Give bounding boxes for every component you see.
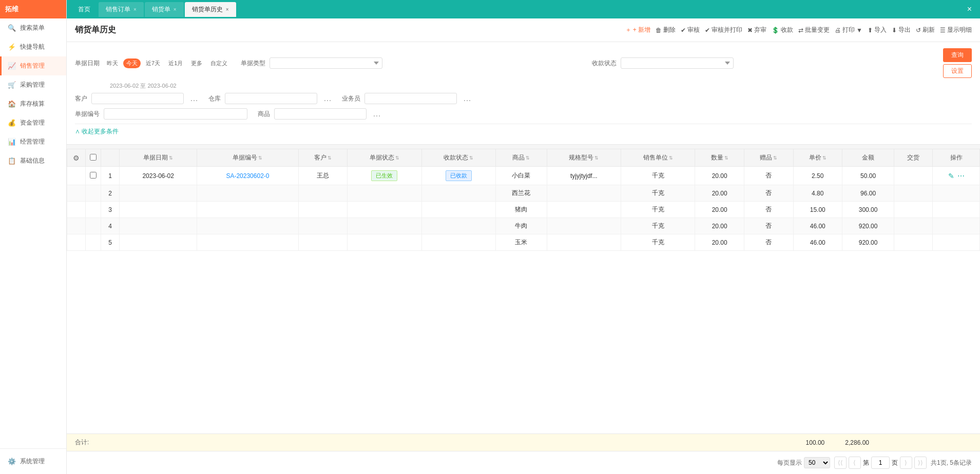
pill-7days[interactable]: 近7天 xyxy=(143,58,163,68)
goods-input[interactable] xyxy=(274,108,367,120)
td-rownum: 5 xyxy=(101,234,120,251)
audit-button[interactable]: ✔ 审核 xyxy=(681,26,700,34)
last-page-button[interactable]: ⟩⟩ xyxy=(914,457,927,469)
sidebar-item-system[interactable]: ⚙️ 系统管理 xyxy=(0,453,66,470)
sidebar-item-operations[interactable]: 📊 经营管理 xyxy=(0,132,66,151)
th-collect-status[interactable]: 收款状态⇅ xyxy=(421,149,495,167)
td-spec xyxy=(547,218,621,234)
td-doc-date xyxy=(120,234,197,251)
first-page-button[interactable]: ⟨⟨ xyxy=(834,457,847,469)
sidebar-item-basic-info[interactable]: 📋 基础信息 xyxy=(0,151,66,170)
th-doc-status[interactable]: 单据状态⇅ xyxy=(348,149,421,167)
td-doc-date xyxy=(120,202,197,218)
row-checkbox[interactable] xyxy=(90,172,97,179)
doctype-select[interactable] xyxy=(270,57,382,69)
new-button[interactable]: ＋ + 新增 xyxy=(625,26,650,34)
print-button[interactable]: 🖨 打印 ▼ xyxy=(835,26,862,34)
gear-button[interactable]: ⚙ xyxy=(73,154,80,162)
total-amount: 2,286.00 xyxy=(845,439,869,446)
td-unit: 千克 xyxy=(621,202,695,218)
more-icon[interactable]: ⋯ xyxy=(957,172,965,180)
show-detail-button[interactable]: ☰ 显示明细 xyxy=(940,26,972,34)
table-footer: 合计: 100.00 2,286.00 xyxy=(67,433,980,451)
collect-status-select[interactable] xyxy=(621,57,734,69)
set-button[interactable]: 设置 xyxy=(943,64,972,78)
audit-print-icon: ✔ xyxy=(705,27,710,34)
tab-sales-history[interactable]: 销货单历史 × xyxy=(185,2,236,17)
th-customer[interactable]: 客户⇅ xyxy=(298,149,348,167)
sidebar-logo: 拓维 xyxy=(0,0,66,18)
edit-icon[interactable]: ✎ xyxy=(948,172,954,180)
customer-input[interactable] xyxy=(91,93,184,104)
batch-change-button[interactable]: ⇄ 批量变更 xyxy=(798,26,830,34)
customer-dots[interactable]: … xyxy=(190,94,198,103)
th-settings[interactable]: ⚙ xyxy=(67,149,86,167)
th-unit[interactable]: 销售单位⇅ xyxy=(621,149,695,167)
th-spec[interactable]: 规格型号⇅ xyxy=(547,149,621,167)
sidebar-item-inventory[interactable]: 🏠 库存核算 xyxy=(0,94,66,113)
collapse-button[interactable]: ∧ 收起更多条件 xyxy=(75,127,972,136)
td-spec xyxy=(547,202,621,218)
tab-sales-delivery-close[interactable]: × xyxy=(174,7,177,12)
td-unit-price: 46.00 xyxy=(793,218,842,234)
filter-customer-group: 客户 … xyxy=(75,93,198,104)
th-quantity[interactable]: 数量⇅ xyxy=(695,149,744,167)
sidebar-item-label: 系统管理 xyxy=(20,457,45,466)
td-transaction xyxy=(894,185,933,202)
sidebar-item-search-menu[interactable]: 🔍 搜索菜单 xyxy=(0,18,66,37)
next-page-button[interactable]: ⟩ xyxy=(900,457,912,469)
tab-sales-order-close[interactable]: × xyxy=(133,7,137,12)
sidebar-item-sales-mgmt[interactable]: 📈 销售管理 xyxy=(0,56,66,75)
abandon-button[interactable]: ✖ 弃审 xyxy=(747,26,766,34)
filter-row-3: 单据编号 商品 … xyxy=(75,108,972,120)
select-all-checkbox[interactable] xyxy=(90,154,97,161)
pill-1month[interactable]: 近1月 xyxy=(165,58,186,68)
sidebar-item-label: 经营管理 xyxy=(20,137,45,146)
pill-today[interactable]: 今天 xyxy=(123,58,141,68)
prev-page-button[interactable]: ⟨ xyxy=(849,457,861,469)
th-doc-no[interactable]: 单据编号⇅ xyxy=(197,149,298,167)
goods-dots[interactable]: … xyxy=(373,109,381,118)
content-area: 销货单历史 ＋ + 新增 🗑 删除 ✔ 审核 ✔ 审核并打印 xyxy=(67,18,980,474)
delete-button[interactable]: 🗑 删除 xyxy=(656,26,676,34)
th-unit-price[interactable]: 单价⇅ xyxy=(793,149,842,167)
export-button[interactable]: ⬇ 导出 xyxy=(892,26,911,34)
collect-button[interactable]: 💲 收款 xyxy=(772,26,793,34)
per-page-select[interactable]: 50 100 200 xyxy=(804,457,830,468)
td-doc-status xyxy=(348,218,421,234)
business-label: 业务员 xyxy=(342,94,360,103)
td-amount: 96.00 xyxy=(842,185,894,202)
tab-sales-history-close[interactable]: × xyxy=(226,7,229,12)
table-row: 5 玉米 千克 20.00 否 46.00 920.00 xyxy=(67,234,980,251)
business-input[interactable] xyxy=(364,93,457,104)
th-gift[interactable]: 赠品⇅ xyxy=(744,149,793,167)
abandon-icon: ✖ xyxy=(747,27,753,34)
tab-home[interactable]: 首页 xyxy=(71,2,98,17)
th-doc-date[interactable]: 单据日期⇅ xyxy=(120,149,197,167)
audit-print-button[interactable]: ✔ 审核并打印 xyxy=(705,26,742,34)
pill-more[interactable]: 更多 xyxy=(188,58,205,68)
warehouse-input[interactable] xyxy=(225,93,317,104)
pill-custom[interactable]: 自定义 xyxy=(207,58,230,68)
sidebar-item-finance[interactable]: 💰 资金管理 xyxy=(0,113,66,132)
print-label: 打印 xyxy=(842,26,855,34)
refresh-button[interactable]: ↺ 刷新 xyxy=(916,26,935,34)
import-button[interactable]: ⬆ 导入 xyxy=(868,26,887,34)
warehouse-dots[interactable]: … xyxy=(323,94,332,103)
page-label-pre: 第 xyxy=(863,459,869,467)
filter-area: 单据日期 昨天 今天 近7天 近1月 更多 自定义 单据类型 xyxy=(67,42,980,145)
sidebar-item-quick-nav[interactable]: ⚡ 快捷导航 xyxy=(0,37,66,56)
query-button[interactable]: 查询 xyxy=(943,48,972,62)
pill-yesterday[interactable]: 昨天 xyxy=(104,58,121,68)
business-dots[interactable]: … xyxy=(463,94,471,103)
close-all-button[interactable]: × xyxy=(963,5,976,14)
tab-sales-order[interactable]: 销售订单 × xyxy=(99,2,144,17)
tab-sales-delivery[interactable]: 销货单 × xyxy=(145,2,184,17)
th-goods[interactable]: 商品⇅ xyxy=(495,149,547,167)
sidebar-item-purchase-mgmt[interactable]: 🛒 采购管理 xyxy=(0,75,66,94)
main-area: 首页 销售订单 × 销货单 × 销货单历史 × × 销货单历史 ＋ + 新增 xyxy=(67,0,980,474)
chart-icon: 📈 xyxy=(8,62,16,70)
page-input[interactable] xyxy=(871,457,890,469)
docno-input[interactable] xyxy=(104,108,247,120)
filter-business-group: 业务员 … xyxy=(342,93,471,104)
